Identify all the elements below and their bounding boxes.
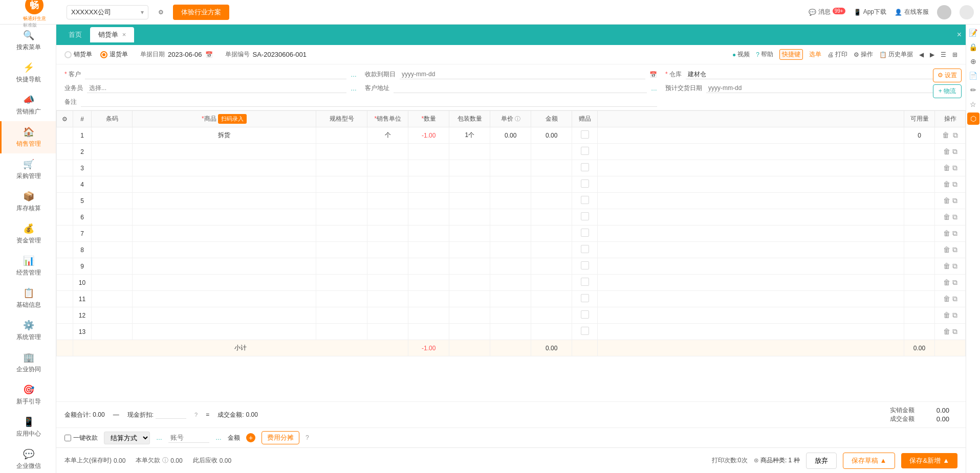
sidebar-item-sales[interactable]: 🏠 销售管理 bbox=[0, 121, 56, 153]
row-spec[interactable] bbox=[316, 160, 367, 176]
copy-icon[interactable]: ⧉ bbox=[951, 311, 959, 319]
tab-close-icon[interactable]: × bbox=[122, 31, 126, 38]
nav-next[interactable]: ▶ bbox=[930, 51, 934, 58]
avatar[interactable] bbox=[937, 5, 951, 19]
save-new-btn[interactable]: 保存&新增 ▲ bbox=[901, 453, 957, 468]
delete-icon[interactable]: 🗑 bbox=[942, 164, 951, 172]
row-price[interactable] bbox=[490, 144, 531, 160]
copy-icon[interactable]: ⧉ bbox=[951, 262, 959, 270]
account-more-icon[interactable]: … bbox=[215, 434, 222, 441]
salesperson-more-icon[interactable]: … bbox=[351, 85, 357, 92]
tab-home[interactable]: 首页 bbox=[60, 27, 90, 42]
customer-address-input[interactable] bbox=[394, 83, 647, 93]
row-pkg[interactable] bbox=[449, 160, 490, 176]
col-settings[interactable]: ⚙ bbox=[57, 111, 73, 127]
row-price[interactable] bbox=[490, 160, 531, 176]
row-amount[interactable] bbox=[531, 144, 572, 160]
row-unit[interactable] bbox=[367, 144, 408, 160]
row-amount[interactable]: 0.00 bbox=[531, 127, 572, 144]
info-icon-btn[interactable]: ⓘ bbox=[162, 456, 168, 465]
delete-icon[interactable]: 🗑 bbox=[942, 229, 951, 237]
settlement-select[interactable]: 结算方式 bbox=[104, 432, 150, 444]
radio-sales[interactable]: 销货单 bbox=[64, 50, 92, 59]
one-click-payment-checkbox[interactable]: 一键收款 bbox=[64, 434, 98, 442]
scan-btn[interactable]: 扫码录入 bbox=[218, 114, 247, 124]
right-float-star[interactable]: ☆ bbox=[967, 98, 979, 110]
add-payment-btn[interactable]: + bbox=[246, 433, 255, 442]
copy-icon[interactable]: ⧉ bbox=[951, 295, 959, 303]
sidebar-item-finance[interactable]: 💰 资金管理 bbox=[0, 218, 56, 250]
row-spec[interactable] bbox=[316, 144, 367, 160]
row-qty[interactable] bbox=[408, 160, 449, 176]
app-download-btn[interactable]: 📱 App下载 bbox=[854, 8, 886, 16]
customer-more-icon[interactable]: … bbox=[351, 71, 357, 78]
copy-icon[interactable]: ⧉ bbox=[951, 164, 959, 172]
settlement-more-icon[interactable]: … bbox=[156, 434, 162, 441]
view-list-icon[interactable]: ☰ bbox=[941, 51, 946, 58]
calendar-icon[interactable]: 📅 bbox=[205, 51, 213, 58]
remarks-input[interactable] bbox=[81, 97, 657, 107]
row-product[interactable] bbox=[133, 160, 316, 176]
row-amount[interactable] bbox=[531, 160, 572, 176]
delete-icon[interactable]: 🗑 bbox=[942, 147, 951, 155]
right-float-notes[interactable]: 📝 bbox=[967, 27, 979, 39]
row-unit[interactable] bbox=[367, 160, 408, 176]
row-qty[interactable] bbox=[408, 144, 449, 160]
view-grid-icon[interactable]: ⊞ bbox=[952, 51, 957, 58]
row-barcode[interactable] bbox=[92, 160, 133, 176]
delete-icon[interactable]: 🗑 bbox=[942, 311, 951, 319]
salesperson-input[interactable] bbox=[87, 83, 346, 93]
delete-icon[interactable]: 🗑 bbox=[942, 180, 951, 188]
nav-prev[interactable]: ◀ bbox=[919, 51, 924, 58]
action-select[interactable]: 选单 bbox=[809, 50, 821, 59]
sidebar-item-basic[interactable]: 📋 基础信息 bbox=[0, 282, 56, 314]
sidebar-item-shortcuts[interactable]: ⚡ 快捷导航 bbox=[0, 57, 56, 89]
sidebar-item-system[interactable]: ⚙️ 系统管理 bbox=[0, 314, 56, 347]
settings-action-btn[interactable]: ⚙ 设置 bbox=[933, 69, 962, 82]
right-float-orange[interactable]: ⬡ bbox=[967, 112, 979, 125]
right-float-edit[interactable]: ✏ bbox=[967, 84, 979, 96]
row-product[interactable] bbox=[133, 144, 316, 160]
address-more-icon[interactable]: … bbox=[651, 85, 657, 92]
row-qty[interactable]: -1.00 bbox=[408, 127, 449, 144]
action-shortcut[interactable]: 快捷键 bbox=[779, 49, 803, 60]
abandon-btn[interactable]: 放弃 bbox=[806, 453, 837, 469]
action-help[interactable]: ? 帮助 bbox=[756, 50, 773, 59]
sidebar-item-purchase[interactable]: 🛒 采购管理 bbox=[0, 153, 56, 186]
right-float-doc[interactable]: 📄 bbox=[967, 70, 979, 82]
tab-sales-order[interactable]: 销货单 × bbox=[90, 27, 134, 42]
payment-due-input[interactable] bbox=[400, 70, 645, 79]
delete-icon[interactable]: 🗑 bbox=[942, 213, 951, 221]
row-pkg[interactable] bbox=[449, 144, 490, 160]
sidebar-item-appstore[interactable]: 📱 应用中心 bbox=[0, 411, 56, 443]
copy-icon[interactable]: ⧉ bbox=[951, 147, 959, 155]
sidebar-item-inventory[interactable]: 📦 库存核算 bbox=[0, 186, 56, 218]
expense-btn[interactable]: 费用分摊 bbox=[262, 431, 299, 444]
copy-icon[interactable]: ⧉ bbox=[951, 327, 959, 335]
delete-icon[interactable]: 🗑 bbox=[942, 295, 951, 303]
try-btn[interactable]: 体验行业方案 bbox=[173, 5, 229, 20]
sidebar-item-guide[interactable]: 🎯 新手引导 bbox=[0, 379, 56, 411]
row-gift[interactable] bbox=[572, 144, 598, 160]
row-barcode[interactable] bbox=[92, 127, 133, 144]
date-value[interactable]: 2023-06-06 bbox=[168, 51, 202, 58]
delete-icon[interactable]: 🗑 bbox=[942, 245, 951, 254]
right-float-lock[interactable]: 🔒 bbox=[967, 41, 979, 53]
row-notes[interactable] bbox=[598, 127, 904, 144]
bank-account-input[interactable] bbox=[168, 433, 209, 443]
copy-icon[interactable]: ⧉ bbox=[951, 245, 959, 254]
copy-icon[interactable]: ⧉ bbox=[951, 229, 959, 237]
one-click-checkbox[interactable] bbox=[64, 435, 71, 441]
customer-input[interactable] bbox=[85, 70, 346, 79]
right-float-add[interactable]: ⊕ bbox=[967, 55, 979, 67]
warehouse-input[interactable] bbox=[686, 70, 947, 79]
action-video[interactable]: ● 视频 bbox=[732, 50, 750, 59]
delete-icon[interactable]: 🗑 bbox=[942, 262, 951, 270]
discount-info-icon[interactable]: ? bbox=[194, 412, 198, 418]
copy-icon[interactable]: ⧉ bbox=[951, 196, 959, 205]
company-selector[interactable]: XXXXXX公司 ▾ bbox=[67, 5, 148, 19]
radio-return[interactable]: 退货单 bbox=[100, 50, 128, 59]
sidebar-item-wechat[interactable]: 💬 企业微信 bbox=[0, 443, 56, 473]
row-unit[interactable]: 个 bbox=[367, 127, 408, 144]
message-btn[interactable]: 💬 消息 99+ bbox=[809, 8, 845, 16]
